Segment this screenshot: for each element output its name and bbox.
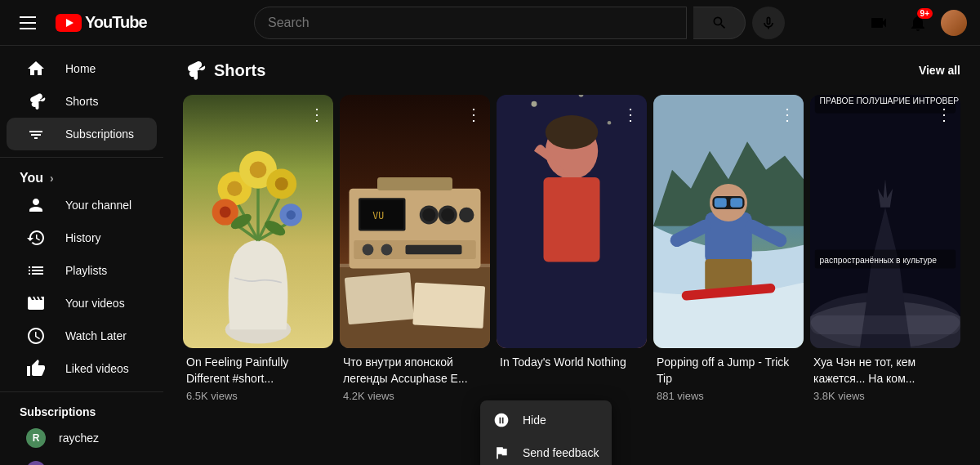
short-title-4: Popping off a Jump - Trick Tip xyxy=(657,355,800,387)
sidebar-item-shorts[interactable]: Shorts xyxy=(7,85,157,118)
notifications-button[interactable]: 9+ xyxy=(902,7,934,39)
short-menu-btn-5[interactable]: ⋮ xyxy=(931,101,957,127)
short-menu-btn-2[interactable]: ⋮ xyxy=(461,101,487,127)
sidebar-item-label-history: History xyxy=(65,231,101,244)
sidebar-item-your-channel[interactable]: Your channel xyxy=(7,189,157,221)
flag-icon xyxy=(493,445,510,461)
search-bar xyxy=(254,7,687,39)
app-container: YouTube xyxy=(0,0,980,465)
notification-badge: 9+ xyxy=(917,8,933,19)
svg-rect-41 xyxy=(544,177,600,262)
mic-button[interactable] xyxy=(752,7,785,39)
section-title-area: Shorts xyxy=(183,59,265,82)
svg-point-13 xyxy=(275,177,288,190)
svg-rect-50 xyxy=(715,198,727,208)
sidebar-item-subscriptions[interactable]: Subscriptions xyxy=(7,118,157,150)
sidebar-item-label-playlists: Playlists xyxy=(65,264,107,277)
home-icon xyxy=(26,59,46,78)
create-icon xyxy=(869,13,889,33)
short-menu-btn-1[interactable]: ⋮ xyxy=(304,101,330,127)
create-button[interactable] xyxy=(862,7,895,39)
svg-point-33 xyxy=(381,244,393,256)
you-title-text: You xyxy=(20,171,43,186)
short-title-5: Хуа Чэн не тот, кем кажется... На ком... xyxy=(813,355,957,387)
context-menu-feedback-label: Send feedback xyxy=(523,446,599,459)
short-info-3: In Today's World Nothing xyxy=(497,348,647,378)
svg-point-9 xyxy=(227,181,242,196)
user-avatar[interactable] xyxy=(941,10,967,36)
short-menu-btn-4[interactable]: ⋮ xyxy=(774,101,800,127)
short-card-4[interactable]: ⋮ Popping off a Jump - Trick Tip 881 vie… xyxy=(653,95,804,405)
sidebar-item-your-videos[interactable]: Your videos xyxy=(7,287,157,320)
context-menu-hide-label: Hide xyxy=(523,414,546,427)
better-voice-avatar: B xyxy=(26,461,46,465)
watch-later-icon xyxy=(26,326,46,346)
youtube-logo-icon xyxy=(56,14,82,32)
sidebar-item-playlists[interactable]: Playlists xyxy=(7,254,157,287)
svg-point-11 xyxy=(250,161,267,178)
sidebar: Home Shorts Subscriptions You › xyxy=(0,46,163,465)
sidebar-item-label-subscriptions: Subscriptions xyxy=(65,127,134,141)
short-thumbnail-3: ⋮ xyxy=(497,95,647,348)
context-menu: Hide Send feedback xyxy=(480,400,612,465)
short-card-3[interactable]: ⋮ In Today's World Nothing xyxy=(497,95,647,405)
context-menu-feedback[interactable]: Send feedback xyxy=(480,436,612,465)
person-icon xyxy=(26,195,46,215)
svg-point-15 xyxy=(220,207,231,218)
header-right: 9+ xyxy=(862,7,967,39)
header-center xyxy=(183,7,856,39)
sidebar-item-label-raychez: raychez xyxy=(59,431,99,445)
svg-point-17 xyxy=(287,210,296,220)
short-title-2: Что внутри японской легенды Accuphase Е.… xyxy=(343,355,487,387)
sidebar-item-history[interactable]: History xyxy=(7,221,157,254)
sidebar-item-liked-videos[interactable]: Liked videos xyxy=(7,352,157,385)
svg-point-42 xyxy=(532,101,537,107)
sidebar-item-raychez[interactable]: R raychez xyxy=(7,422,157,454)
short-menu-btn-3[interactable]: ⋮ xyxy=(617,101,644,127)
short-info-1: On Feeling Painfully Different #short...… xyxy=(183,348,333,405)
youtube-logo-text: YouTube xyxy=(85,13,147,32)
short-card-1[interactable]: ⋮ On Feeling Painfully Different #short.… xyxy=(183,95,333,405)
sidebar-item-home[interactable]: Home xyxy=(7,52,157,85)
menu-button[interactable] xyxy=(13,10,42,36)
svg-rect-34 xyxy=(406,245,462,255)
svg-point-29 xyxy=(441,208,454,221)
playlists-icon xyxy=(26,261,46,280)
sidebar-item-label-your-videos: Your videos xyxy=(65,297,125,310)
subscriptions-icon xyxy=(26,124,46,144)
svg-rect-57 xyxy=(810,315,960,334)
mic-icon xyxy=(760,15,777,31)
search-input[interactable] xyxy=(268,16,673,30)
context-menu-hide[interactable]: Hide xyxy=(480,404,612,436)
short-views-4: 881 views xyxy=(657,390,800,402)
short-views-1: 6.5K views xyxy=(186,390,330,402)
short-thumbnail-1: ⋮ xyxy=(183,95,333,348)
sidebar-item-watch-later[interactable]: Watch Later xyxy=(7,320,157,352)
short-info-2: Что внутри японской легенды Accuphase Е.… xyxy=(340,348,490,405)
svg-point-27 xyxy=(422,208,435,221)
short-card-5[interactable]: ПРАВОЕ ПОЛУШАРИЕ ИНТРОВЕРТА распространё… xyxy=(810,95,960,405)
sidebar-divider-1 xyxy=(0,157,163,158)
short-info-5: Хуа Чэн не тот, кем кажется... На ком...… xyxy=(810,348,960,405)
svg-point-43 xyxy=(608,121,612,125)
short-thumbnail-2: VU xyxy=(340,95,490,348)
youtube-logo[interactable]: YouTube xyxy=(56,13,147,32)
sidebar-item-label-watch-later: Watch Later xyxy=(65,329,127,342)
short-views-2: 4.2K views xyxy=(343,390,487,402)
short-views-5: 3.8K views xyxy=(813,390,957,402)
header-left: YouTube xyxy=(13,10,176,36)
sidebar-item-label-your-channel: Your channel xyxy=(65,199,131,212)
view-all-link[interactable]: View all xyxy=(919,64,960,77)
svg-rect-35 xyxy=(377,177,452,190)
search-button[interactable] xyxy=(693,7,746,39)
short-title-3: In Today's World Nothing xyxy=(500,355,644,371)
you-section-title[interactable]: You › xyxy=(0,164,163,189)
short-card-2[interactable]: VU xyxy=(340,95,490,405)
search-icon xyxy=(711,15,728,31)
shorts-grid: ⋮ On Feeling Painfully Different #short.… xyxy=(183,95,960,405)
avatar-image xyxy=(941,10,967,36)
raychez-avatar: R xyxy=(26,428,46,448)
hamburger-icon xyxy=(20,16,36,29)
subscriptions-section-title: Subscriptions xyxy=(0,399,163,422)
sidebar-item-better-voice[interactable]: B Better Voice xyxy=(7,454,157,465)
